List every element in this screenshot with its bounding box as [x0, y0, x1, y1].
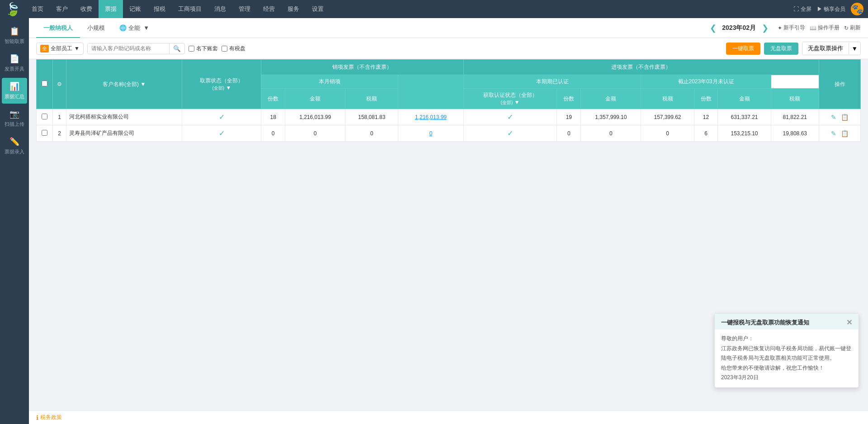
- th-checkbox: [37, 60, 53, 109]
- nav-item-fee[interactable]: 收费: [74, 0, 99, 18]
- nav-item-service[interactable]: 服务: [281, 0, 306, 18]
- row1-shares-un-cell: 12: [694, 109, 718, 125]
- row2-detail-icon[interactable]: 📋: [841, 130, 849, 137]
- row1-checkbox-cell: [37, 109, 53, 125]
- row2-customer-cell: 灵寿县尚泽矿产品有限公司: [66, 125, 182, 142]
- nav-item-manage[interactable]: 管理: [232, 0, 257, 18]
- table-header-top: ⚙ 客户名称(全部) ▼ 取票状态（全部） (全部) ▼ 销项发票（不含作废: [37, 60, 861, 75]
- refresh-link[interactable]: ↻ 刷新: [844, 24, 861, 32]
- th-operation: 操作: [819, 60, 861, 109]
- guide-link[interactable]: ✦ 新手引导: [778, 24, 805, 32]
- nav-item-message[interactable]: 消息: [208, 0, 232, 18]
- row1-amount-in-cell: 1,357,999.10: [581, 109, 641, 125]
- tab-small-scale[interactable]: 小规模: [80, 18, 112, 38]
- th-cumulative12: [398, 75, 463, 109]
- row1-num-cell: 1: [53, 109, 66, 125]
- top-navigation: 🍃 首页 客户 收费 票据 记账 报税 工商项目 消息 管理 经营 服务 设置 …: [0, 0, 868, 18]
- diskless-operation-main-button[interactable]: 无盘取票操作: [802, 42, 849, 55]
- smart-ticket-icon: 📋: [9, 26, 19, 36]
- sidebar-item-issue-invoice[interactable]: 📄 发票开具: [2, 50, 27, 76]
- toolbar: 全 全部员工 ▼ 🔍 名下账套 有税盘 一键取票: [29, 38, 868, 59]
- pick-status-check-icon2: ✓: [219, 129, 225, 137]
- info-icon: ℹ: [36, 414, 38, 421]
- sidebar-item-label-smart: 智能取票: [5, 38, 24, 45]
- nav-item-operation[interactable]: 经营: [257, 0, 281, 18]
- tab-full[interactable]: 🌐 全能 ▼: [112, 18, 156, 38]
- nav-item-customer[interactable]: 客户: [50, 0, 74, 18]
- date-next-button[interactable]: ❯: [760, 23, 770, 33]
- nav-menu: 首页 客户 收费 票据 记账 报税 工商项目 消息 管理 经营 服务 设置: [25, 0, 793, 18]
- fullscreen-btn[interactable]: ⛶ 全屏: [793, 5, 811, 13]
- certify-status-filter-icon[interactable]: ▼: [514, 99, 520, 105]
- date-prev-button[interactable]: ❮: [708, 23, 718, 33]
- manual-link[interactable]: 📖 操作手册: [810, 24, 840, 32]
- row2-checkbox-cell: [37, 125, 53, 142]
- table-body: 1 河北柯搭桓实业有限公司 ✓ 18 1,216,013.99 158,081.…: [37, 109, 861, 142]
- toolbar-right: 一键取票 无盘取票 无盘取票操作 ▼: [726, 42, 861, 55]
- diskless-operation-arrow-button[interactable]: ▼: [849, 43, 860, 54]
- th-purchase-invoice: 进项发票（不含作废票）: [463, 60, 819, 75]
- select-all-checkbox[interactable]: [42, 81, 47, 86]
- nav-item-settings[interactable]: 设置: [306, 0, 330, 18]
- table-row: 2 灵寿县尚泽矿产品有限公司 ✓ 0 0 0 0 ✓: [37, 125, 861, 142]
- row2-tax-cell: 0: [345, 125, 398, 142]
- sub-tabs-right: ❮ 2023年02月 ❯ ✦ 新手引导 📖 操作手册 ↻ 刷新: [708, 23, 861, 33]
- tax-policy-link[interactable]: 税务政策: [40, 414, 62, 421]
- checkbox-own-accounts-input[interactable]: [189, 46, 194, 52]
- row1-checkbox[interactable]: [42, 114, 47, 119]
- sidebar-item-invoice-entry[interactable]: ✏️ 票据录入: [2, 133, 27, 159]
- pick-status-filter-icon[interactable]: ▼: [226, 85, 231, 91]
- row2-cumulative-link[interactable]: 0: [429, 130, 433, 137]
- tab-general-taxpayer[interactable]: 一般纳税人: [36, 18, 80, 38]
- app-logo: 🍃: [5, 1, 21, 17]
- employee-select[interactable]: 全 全部员工 ▼: [36, 43, 84, 55]
- nav-item-invoice[interactable]: 票据: [99, 0, 123, 18]
- sidebar-item-scan-upload[interactable]: 📷 扫描上传: [2, 105, 27, 131]
- customer-filter-icon[interactable]: ▼: [140, 81, 146, 87]
- th-tax: 税额: [345, 89, 398, 109]
- member-btn[interactable]: ▶ 畅享会员: [817, 5, 845, 13]
- row1-customer-cell: 河北柯搭桓实业有限公司: [66, 109, 182, 125]
- th-tax-un: 税额: [771, 89, 819, 109]
- th-pick-status: 取票状态（全部） (全部) ▼: [182, 60, 261, 109]
- row2-pick-status-cell: ✓: [182, 125, 261, 142]
- row2-edit-icon[interactable]: ✎: [831, 130, 836, 137]
- sidebar-item-invoice-summary[interactable]: 📊 票据汇总: [2, 78, 27, 104]
- diskless-ticket-button[interactable]: 无盘取票: [764, 43, 798, 55]
- notification-close-button[interactable]: ✕: [846, 318, 852, 327]
- row1-shares-in-cell: 19: [557, 109, 581, 125]
- notification-body: 尊敬的用户： 江苏政务网已恢复访问电子税务局功能，易代账一键登陆电子税务局与无盘…: [715, 329, 859, 387]
- row1-detail-icon[interactable]: 📋: [841, 114, 849, 121]
- pick-status-check-icon: ✓: [219, 113, 225, 121]
- th-settings: ⚙: [53, 60, 66, 109]
- user-avatar[interactable]: 🐾: [851, 3, 863, 15]
- row2-tax-in-cell: 0: [641, 125, 694, 142]
- th-sales-invoice: 销项发票（不含作废票）: [261, 60, 463, 75]
- row1-cumulative-link[interactable]: 1,216,013.99: [415, 114, 447, 120]
- row2-certify-status-cell: ✓: [463, 125, 557, 142]
- checkbox-own-accounts[interactable]: 名下账套: [189, 45, 218, 52]
- one-click-ticket-button[interactable]: 一键取票: [726, 43, 760, 55]
- nav-item-bookkeeping[interactable]: 记账: [123, 0, 147, 18]
- nav-item-tax[interactable]: 报税: [147, 0, 172, 18]
- row1-amount-cell: 1,216,013.99: [285, 109, 345, 125]
- nav-item-home[interactable]: 首页: [25, 0, 50, 18]
- nav-item-business[interactable]: 工商项目: [172, 0, 208, 18]
- search-input[interactable]: [88, 43, 169, 53]
- toolbar-left: 全 全部员工 ▼ 🔍 名下账套 有税盘: [36, 43, 722, 55]
- row1-pick-status-cell: ✓: [182, 109, 261, 125]
- checkbox-has-tax-device-input[interactable]: [222, 46, 227, 52]
- th-current-month-sales: 本月销项: [261, 75, 398, 89]
- checkbox-own-accounts-label: 名下账套: [196, 45, 218, 52]
- bottom-bar: ℹ 税务政策: [29, 410, 868, 424]
- data-table: ⚙ 客户名称(全部) ▼ 取票状态（全部） (全部) ▼ 销项发票（不含作废: [36, 59, 861, 142]
- search-button[interactable]: 🔍: [169, 43, 184, 54]
- settings-icon[interactable]: ⚙: [57, 81, 62, 87]
- issue-invoice-icon: 📄: [9, 54, 19, 64]
- notification-popup: 一键报税与无盘取票功能恢复通知 ✕ 尊敬的用户： 江苏政务网已恢复访问电子税务局…: [714, 313, 859, 388]
- sidebar-item-smart-ticket[interactable]: 📋 智能取票: [2, 23, 27, 48]
- row1-edit-icon[interactable]: ✎: [831, 114, 836, 121]
- row2-shares-in-cell: 0: [557, 125, 581, 142]
- checkbox-has-tax-device[interactable]: 有税盘: [222, 45, 245, 52]
- row2-checkbox[interactable]: [42, 130, 47, 136]
